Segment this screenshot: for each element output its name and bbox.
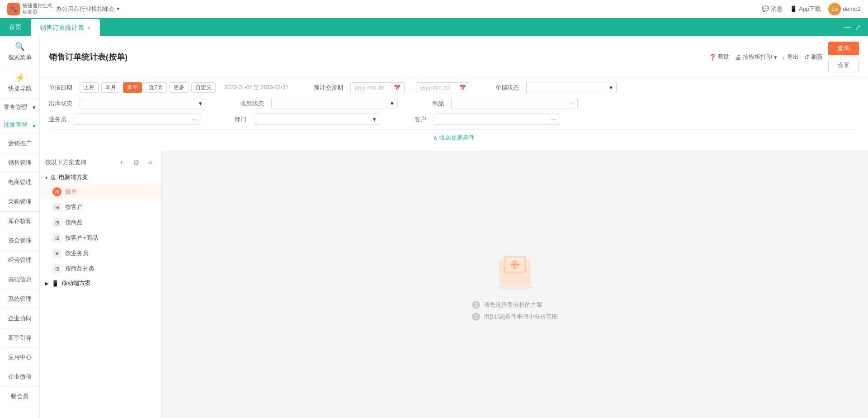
main-layout: 🔍 搜索菜单 ⚡ 快捷导航 零售管理 ▾ 批发管理 ▴ 营销推广 销售管理 电商…	[0, 36, 868, 418]
print-chevron-icon: ▾	[774, 54, 777, 61]
scheme-icon-by-order: 按	[52, 187, 61, 196]
sidebar-item-sales[interactable]: 销售管理	[0, 153, 39, 173]
sidebar-item-marketing[interactable]: 营销推广	[0, 134, 39, 153]
settings-button[interactable]: 设置	[828, 58, 859, 72]
sidebar-item-search-menu[interactable]: 🔍 搜索菜单	[0, 36, 39, 67]
empty-hint-2: 2 用[过滤]条件来缩小分析范围	[472, 311, 557, 323]
sidebar-item-member[interactable]: 畅会员	[0, 387, 39, 406]
chevron-up-icon: ∧	[433, 134, 438, 141]
window-controls: — ⤢	[844, 23, 868, 32]
left-panel-header: 按以下方案查询 + ⚙ «	[40, 154, 161, 171]
sidebar-item-wholesale[interactable]: 批发管理 ▴	[0, 116, 39, 134]
left-panel-title: 按以下方案查询	[45, 158, 86, 166]
collapse-filter-button[interactable]: ∧ 收起更多条件	[49, 129, 859, 145]
nav-tabs: 首页 销售订单统计表 × — ⤢	[0, 18, 868, 36]
scheme-icon-by-goods-cat: ⊞	[52, 264, 61, 273]
maximize-icon[interactable]: ⤢	[855, 23, 861, 32]
scheme-item-by-order[interactable]: 按 按单	[40, 184, 161, 200]
scheme-icon-by-salesman: ≡	[52, 249, 61, 258]
order-status-select[interactable]: ▾	[526, 82, 617, 93]
collapse-panel-button[interactable]: «	[145, 157, 156, 168]
right-content: 1 请先选择要分析的方案 2 用[过滤]条件来缩小分析范围	[162, 151, 868, 418]
sidebar-item-inventory[interactable]: 库存核算	[0, 212, 39, 231]
empty-state: 1 请先选择要分析的方案 2 用[过滤]条件来缩小分析范围	[162, 151, 868, 418]
date-btn-this-year[interactable]: 本年	[123, 82, 142, 93]
date-btn-last7[interactable]: 近7天	[145, 82, 167, 93]
message-button[interactable]: 💬 消息	[762, 5, 783, 13]
date-btn-this-month[interactable]: 本月	[101, 82, 120, 93]
restore-icon[interactable]: —	[844, 23, 851, 32]
sidebar-item-appstore[interactable]: 应用中心	[0, 348, 39, 367]
add-scheme-button[interactable]: +	[116, 157, 127, 168]
sidebar-item-newbie[interactable]: 新手引导	[0, 328, 39, 348]
scheme-item-by-goods[interactable]: ⊞ 按商品	[40, 215, 161, 230]
collect-status-select[interactable]: ▾	[271, 98, 398, 109]
date-btn-last-month[interactable]: 上月	[80, 82, 99, 93]
top-bar: 🐾 畅捷通好生意 标签页 办公用品行业模拟账套 ▾ 💬 消息 📱 App下载 E…	[0, 0, 868, 18]
page-title: 销售订单统计表(按单)	[49, 52, 127, 62]
edit-scheme-button[interactable]: ⚙	[131, 157, 142, 168]
query-button[interactable]: 查询	[828, 42, 859, 55]
goods-select[interactable]: ···	[451, 98, 578, 109]
scheme-icon-by-goods: ⊞	[52, 218, 61, 227]
left-panel-wrapper: 按以下方案查询 + ⚙ « ▾ 🖥 电脑端方案 按	[40, 151, 868, 418]
filter-area: 单据日期 上月 本月 本年 近7天 更多 自定义 2023-01-01 至 20…	[40, 76, 868, 151]
left-panel-actions: + ⚙ «	[116, 157, 156, 168]
refresh-button[interactable]: ↺ 刷新	[804, 53, 823, 61]
delivery-date-start[interactable]: yyyy-mm-dd 📅	[350, 82, 405, 93]
workspace-selector[interactable]: 办公用品行业模拟账套 ▾	[56, 5, 120, 13]
tab-sales-order-stat[interactable]: 销售订单统计表 ×	[31, 19, 100, 37]
top-bar-left: 🐾 畅捷通好生意 标签页 办公用品行业模拟账套 ▾	[7, 3, 120, 15]
sidebar-item-corp[interactable]: 企业协同	[0, 309, 39, 328]
tab-home[interactable]: 首页	[0, 18, 31, 36]
scheme-item-by-salesman[interactable]: ≡ 按业务员	[40, 246, 161, 261]
sidebar-item-basic[interactable]: 基础信息	[0, 270, 39, 290]
scheme-item-by-customer[interactable]: ⊞ 按客户	[40, 200, 161, 215]
calendar-icon: 📅	[459, 85, 466, 91]
date-btn-more[interactable]: 更多	[170, 82, 189, 93]
scheme-item-by-customer-goods[interactable]: ⊞ 按客户+商品	[40, 230, 161, 246]
download-icon: 📱	[790, 5, 797, 12]
expected-delivery-label: 预计交货期	[314, 84, 343, 92]
export-button[interactable]: ↓ 导出	[783, 53, 799, 61]
logo-icon: 🐾	[7, 3, 20, 15]
page-header: 销售订单统计表(按单) ❓ 帮助 🖨 按模板打印 ▾ ↓ 导出 ↺ 刷新	[40, 36, 868, 76]
print-template-button[interactable]: 🖨 按模板打印 ▾	[735, 53, 777, 61]
dept-label: 部门	[235, 115, 246, 124]
scheme-group-desktop: ▾ 🖥 电脑端方案 按 按单 ⊞ 按客户 ⊞ 按商	[40, 171, 161, 276]
empty-text: 1 请先选择要分析的方案 2 用[过滤]条件来缩小分析范围	[472, 299, 557, 323]
chevron-down-icon: ▾	[33, 104, 36, 111]
sidebar-item-ops[interactable]: 经营管理	[0, 251, 39, 270]
sidebar-item-quick-nav[interactable]: ⚡ 快捷导航	[0, 67, 39, 99]
dept-select[interactable]: ▾	[254, 114, 380, 125]
sidebar-item-finance[interactable]: 资金管理	[0, 231, 39, 251]
customer-select[interactable]: ···	[434, 114, 560, 125]
ship-status-select[interactable]: ▾	[80, 98, 206, 109]
delivery-date-end[interactable]: yyyy-mm-dd 📅	[416, 82, 470, 93]
chevron-down-icon: ▾	[117, 5, 120, 12]
message-icon: 💬	[762, 5, 769, 12]
help-button[interactable]: ❓ 帮助	[709, 53, 730, 61]
date-btn-custom[interactable]: 自定义	[191, 82, 216, 93]
filter-row-status: 出库状态 ▾ 收款状态 ▾ 商品 ···	[49, 98, 859, 109]
sidebar-item-ecommerce[interactable]: 电商管理	[0, 173, 39, 192]
sidebar-item-wechat[interactable]: 企业微信	[0, 367, 39, 387]
scheme-group-header-mobile[interactable]: ▶ 📱 移动端方案	[40, 276, 161, 290]
page-actions: ❓ 帮助 🖨 按模板打印 ▾ ↓ 导出 ↺ 刷新 查询	[709, 42, 859, 72]
chevron-up-icon: ▴	[33, 122, 36, 128]
sidebar-item-system[interactable]: 系统管理	[0, 290, 39, 309]
scheme-item-by-goods-cat[interactable]: ⊞ 按商品分类	[40, 261, 161, 276]
tab-close-icon[interactable]: ×	[88, 25, 91, 31]
sidebar-item-purchase[interactable]: 采购管理	[0, 192, 39, 212]
app-download-button[interactable]: 📱 App下载	[790, 5, 821, 13]
sidebar-item-retail[interactable]: 零售管理 ▾	[0, 99, 39, 116]
scheme-group-header-desktop[interactable]: ▾ 🖥 电脑端方案	[40, 171, 161, 184]
chevron-right-icon: ▶	[45, 281, 49, 286]
chevron-down-icon: ▾	[373, 116, 376, 123]
user-menu[interactable]: Ea demo2	[828, 3, 861, 15]
hint-num-2: 2	[472, 313, 480, 321]
chevron-down-icon: ▾	[45, 175, 47, 180]
date-label: 单据日期	[49, 84, 72, 92]
logo-area: 🐾 畅捷通好生意 标签页	[7, 3, 52, 15]
salesman-select[interactable]: ···	[74, 114, 200, 125]
